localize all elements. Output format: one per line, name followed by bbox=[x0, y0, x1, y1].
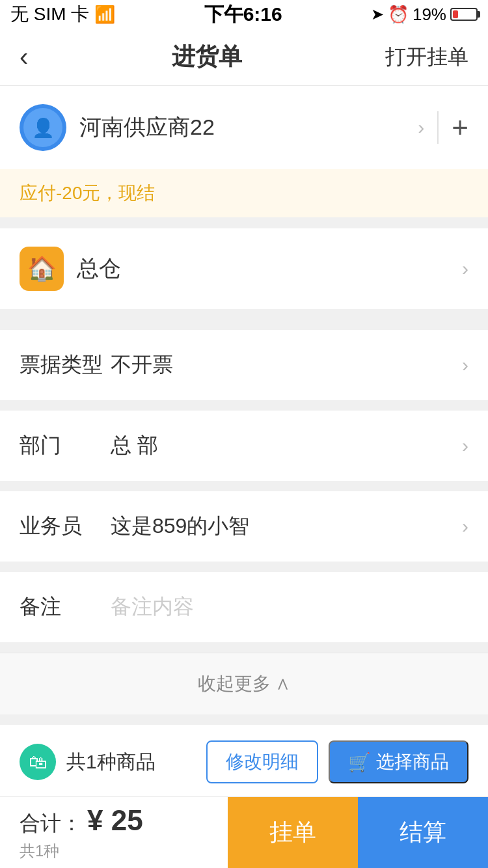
warehouse-row[interactable]: 🏠 总仓 › bbox=[0, 228, 488, 309]
total-sub: 共1种 bbox=[20, 841, 208, 861]
supplier-name: 河南供应商22 bbox=[79, 113, 418, 142]
invoice-type-value: 不开票 bbox=[111, 351, 462, 379]
warehouse-card[interactable]: 🏠 总仓 › bbox=[0, 228, 488, 309]
house-icon: 🏠 bbox=[27, 255, 57, 282]
status-bar: 无 SIM 卡 📶 下午6:16 ➤ ⏰ 19% bbox=[0, 0, 488, 29]
product-count-icon: 🛍 bbox=[20, 744, 56, 780]
supplier-row[interactable]: 👤 河南供应商22 › + bbox=[0, 86, 488, 169]
form-card: 票据类型 不开票 › 部门 总 部 › 业务员 这是859的小智 › 备注 备注… bbox=[0, 319, 488, 642]
select-product-button[interactable]: 🛒 选择商品 bbox=[329, 740, 468, 783]
back-button[interactable]: ‹ bbox=[20, 42, 28, 72]
open-pending-button[interactable]: 打开挂单 bbox=[385, 43, 468, 72]
supplier-arrow-icon: › bbox=[418, 116, 424, 139]
add-supplier-button[interactable]: + bbox=[452, 111, 468, 144]
salesman-row[interactable]: 业务员 这是859的小智 › bbox=[0, 481, 488, 562]
invoice-type-arrow-icon: › bbox=[462, 354, 468, 376]
select-product-label: 选择商品 bbox=[376, 750, 449, 774]
carrier-label: 无 SIM 卡 bbox=[10, 2, 89, 27]
supplier-avatar: 👤 bbox=[20, 104, 66, 151]
battery-icon bbox=[450, 8, 478, 21]
cart-icon: 🛒 bbox=[348, 752, 371, 773]
total-label: 合计： bbox=[20, 809, 82, 838]
total-main: 合计： ¥ 25 bbox=[20, 804, 208, 838]
department-label: 部门 bbox=[20, 431, 111, 460]
bottom-bar: 合计： ¥ 25 共1种 挂单 结算 bbox=[0, 796, 488, 868]
checkout-button[interactable]: 结算 bbox=[358, 797, 488, 868]
status-bar-time: 下午6:16 bbox=[204, 1, 282, 28]
warehouse-icon: 🏠 bbox=[20, 247, 64, 291]
main-content: 👤 河南供应商22 › + 应付-20元，现结 🏠 总仓 › 票据类型 不开票 … bbox=[0, 86, 488, 868]
department-row[interactable]: 部门 总 部 › bbox=[0, 400, 488, 481]
supplier-avatar-inner: 👤 bbox=[23, 108, 62, 147]
warehouse-name: 总仓 bbox=[77, 254, 462, 284]
supplier-divider bbox=[437, 111, 439, 144]
invoice-type-row[interactable]: 票据类型 不开票 › bbox=[0, 319, 488, 400]
remark-row[interactable]: 备注 备注内容 bbox=[0, 562, 488, 642]
product-count-label: 共1种商品 bbox=[66, 749, 206, 776]
status-bar-left: 无 SIM 卡 📶 bbox=[10, 2, 115, 27]
total-amount: ¥ 25 bbox=[87, 804, 143, 837]
wifi-icon: 📶 bbox=[94, 5, 115, 25]
remark-input[interactable]: 备注内容 bbox=[111, 593, 468, 621]
alarm-icon: ⏰ bbox=[388, 5, 409, 25]
product-header: 🛍 共1种商品 修改明细 🛒 选择商品 bbox=[0, 725, 488, 799]
notice-bar: 应付-20元，现结 bbox=[0, 169, 488, 217]
department-arrow-icon: › bbox=[462, 435, 468, 457]
nav-bar: ‹ 进货单 打开挂单 bbox=[0, 29, 488, 86]
suspend-button[interactable]: 挂单 bbox=[228, 797, 358, 868]
status-bar-right: ➤ ⏰ 19% bbox=[371, 5, 478, 25]
warehouse-arrow-icon: › bbox=[462, 258, 468, 280]
invoice-type-label: 票据类型 bbox=[20, 351, 111, 379]
salesman-label: 业务员 bbox=[20, 512, 111, 541]
salesman-arrow-icon: › bbox=[462, 515, 468, 537]
bottom-total: 合计： ¥ 25 共1种 bbox=[0, 797, 228, 868]
supplier-card: 👤 河南供应商22 › + 应付-20元，现结 bbox=[0, 86, 488, 217]
shopping-bag-icon: 🛍 bbox=[29, 752, 47, 773]
location-icon: ➤ bbox=[371, 5, 384, 23]
salesman-value: 这是859的小智 bbox=[111, 512, 462, 541]
remark-label: 备注 bbox=[20, 593, 111, 621]
collapse-bar[interactable]: 收起更多 ∧ bbox=[0, 653, 488, 714]
page-title: 进货单 bbox=[172, 41, 242, 73]
department-value: 总 部 bbox=[111, 431, 462, 460]
edit-detail-button[interactable]: 修改明细 bbox=[206, 740, 318, 783]
battery-label: 19% bbox=[413, 5, 446, 25]
